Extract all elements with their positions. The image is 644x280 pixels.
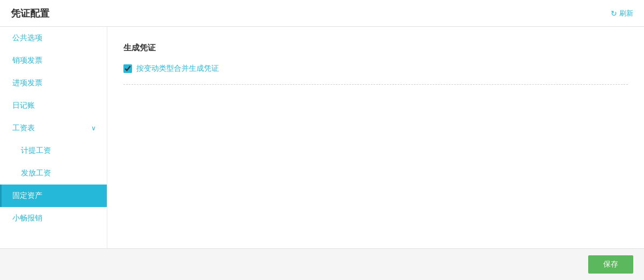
sidebar-item-label: 公共选项: [12, 33, 42, 43]
refresh-icon: ↻: [611, 9, 617, 18]
sidebar-item-label: 日记账: [12, 101, 35, 110]
section-divider: [123, 84, 628, 85]
sidebar-item-label: 固定资产: [12, 191, 42, 201]
page-title: 凭证配置: [11, 7, 49, 20]
checkbox-row: 按变动类型合并生成凭证: [123, 64, 628, 73]
sidebar-item-purchase-invoice[interactable]: 进项发票: [0, 72, 107, 94]
sidebar-item-expense-report[interactable]: 小畅报销: [0, 207, 107, 230]
sidebar-item-payroll-pay[interactable]: 发放工资: [0, 162, 107, 185]
sidebar-item-label: 进项发票: [12, 78, 42, 88]
sidebar-item-label: 计提工资: [21, 146, 51, 156]
sidebar: 公共选项销项发票进项发票日记账工资表∨计提工资发放工资固定资产小畅报销: [0, 27, 107, 248]
page-wrapper: 凭证配置 ↻ 刷新 公共选项销项发票进项发票日记账工资表∨计提工资发放工资固定资…: [0, 0, 644, 280]
sidebar-item-sales-invoice[interactable]: 销项发票: [0, 49, 107, 72]
sidebar-item-fixed-assets[interactable]: 固定资产: [0, 185, 107, 207]
sidebar-item-payroll-table[interactable]: 工资表∨: [0, 117, 107, 139]
merge-checkbox-label[interactable]: 按变动类型合并生成凭证: [136, 64, 219, 73]
sidebar-item-label: 销项发票: [12, 56, 42, 65]
refresh-button[interactable]: ↻ 刷新: [611, 9, 633, 18]
section-title: 生成凭证: [123, 43, 628, 53]
merge-checkbox[interactable]: [123, 64, 132, 73]
header: 凭证配置 ↻ 刷新: [0, 0, 644, 27]
main-content: 生成凭证 按变动类型合并生成凭证: [107, 27, 644, 248]
sidebar-item-payroll-accrual[interactable]: 计提工资: [0, 139, 107, 162]
chevron-down-icon: ∨: [91, 124, 96, 132]
footer: 保存: [0, 248, 644, 280]
refresh-label: 刷新: [619, 9, 633, 18]
save-button[interactable]: 保存: [588, 255, 633, 274]
sidebar-item-label: 工资表: [12, 123, 35, 133]
sidebar-item-label: 小畅报销: [12, 213, 42, 223]
sidebar-item-journal[interactable]: 日记账: [0, 94, 107, 117]
content-area: 公共选项销项发票进项发票日记账工资表∨计提工资发放工资固定资产小畅报销 生成凭证…: [0, 27, 644, 248]
sidebar-item-label: 发放工资: [21, 168, 51, 178]
sidebar-item-public-options[interactable]: 公共选项: [0, 27, 107, 49]
